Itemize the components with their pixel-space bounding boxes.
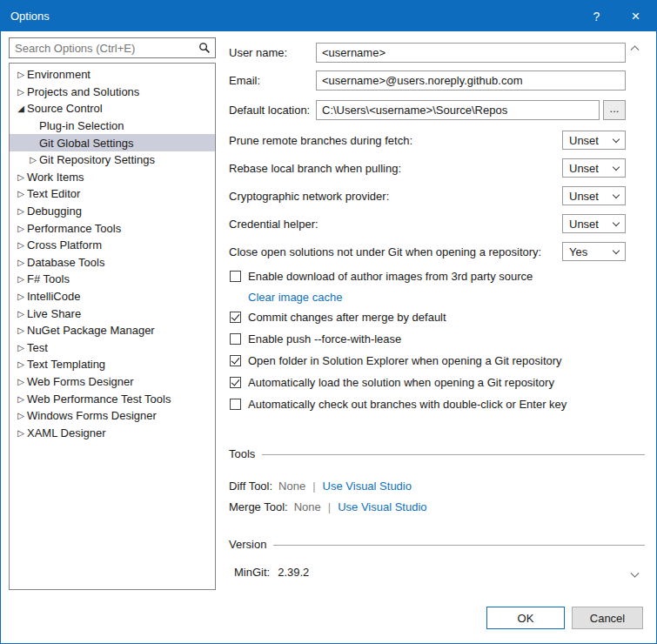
tree-item-cross-platform[interactable]: ▷Cross Platform xyxy=(10,237,215,254)
tree-item-environment[interactable]: ▷Environment xyxy=(10,66,215,84)
default-location-label: Default location: xyxy=(229,104,310,117)
checkbox-enable-push-force-with-lease[interactable] xyxy=(230,333,241,345)
tree-item-plug-in-selection[interactable]: Plug-in Selection xyxy=(10,117,215,135)
tree-item-database-tools[interactable]: ▷Database Tools xyxy=(10,254,215,272)
default-location-input[interactable] xyxy=(316,100,600,120)
tree-item-git-repository-settings[interactable]: ▷Git Repository Settings xyxy=(10,151,215,169)
git-global-settings-panel: User name: Email: Default location: ... … xyxy=(227,1,645,644)
tree-item-label: Git Global Settings xyxy=(39,137,133,150)
dropdown-close-open-solutions-not-under-git-when-opening-a-repository[interactable]: Yes xyxy=(562,242,626,261)
dropdown-value: Unset xyxy=(569,190,599,203)
expand-glyph-icon[interactable]: ▷ xyxy=(15,169,27,185)
dropdown-prune-remote-branches-during-fetch[interactable]: Unset xyxy=(562,131,626,150)
dropdown-cryptographic-network-provider[interactable]: Unset xyxy=(562,186,626,205)
checkbox-label: Enable push --force-with-lease xyxy=(248,332,401,345)
separator: | xyxy=(328,500,331,513)
checkbox-row[interactable]: Automatically load the solution when ope… xyxy=(230,372,632,393)
expand-glyph-icon[interactable]: ▷ xyxy=(15,66,27,83)
tool-value: None xyxy=(278,480,305,493)
expand-glyph-icon[interactable]: ▷ xyxy=(15,407,27,424)
tree-item-debugging[interactable]: ▷Debugging xyxy=(10,203,215,220)
tree-item-text-templating[interactable]: ▷Text Templating xyxy=(10,356,215,373)
expand-glyph-icon[interactable]: ▷ xyxy=(15,339,27,356)
checkbox-row[interactable]: Enable download of author images from 3r… xyxy=(230,265,632,287)
expand-glyph-icon[interactable]: ▷ xyxy=(15,288,27,305)
expand-glyph-icon[interactable]: ▷ xyxy=(15,254,27,271)
checkbox-enable-download-of-author-images-from-3rd-party-source[interactable] xyxy=(230,271,241,282)
tree-item-label: Web Forms Designer xyxy=(27,375,134,388)
expand-glyph-icon[interactable]: ▷ xyxy=(15,185,27,202)
tree-item-label: Environment xyxy=(27,68,91,81)
cancel-button[interactable]: Cancel xyxy=(572,607,643,629)
tool-value: None xyxy=(294,500,321,513)
tree-item-f-tools[interactable]: ▷F# Tools xyxy=(10,271,215,288)
checkbox-row[interactable]: Commit changes after merge by default xyxy=(230,306,632,328)
dropdown-rebase-local-branch-when-pulling[interactable]: Unset xyxy=(562,158,626,178)
checkbox-row[interactable]: Open folder in Solution Explorer when op… xyxy=(230,350,632,372)
tree-item-web-forms-designer[interactable]: ▷Web Forms Designer xyxy=(10,373,215,391)
clear-image-cache-link[interactable]: Clear image cache xyxy=(248,291,342,304)
tree-item-windows-forms-designer[interactable]: ▷Windows Forms Designer xyxy=(10,407,215,425)
checkbox-automatically-load-the-solution-when-opening-a-git-repository[interactable] xyxy=(230,377,241,388)
search-input[interactable] xyxy=(10,42,194,55)
link-row: Clear image cache xyxy=(230,287,632,306)
dropdown-credential-helper[interactable]: Unset xyxy=(562,214,626,233)
expand-glyph-icon[interactable]: ▷ xyxy=(27,151,39,168)
tree-item-label: Text Editor xyxy=(27,187,80,200)
tree-item-xaml-designer[interactable]: ▷XAML Designer xyxy=(10,424,215,441)
checkbox-row[interactable]: Automatically check out branches with do… xyxy=(230,393,632,415)
search-icon[interactable] xyxy=(194,38,215,57)
expand-glyph-icon[interactable]: ▷ xyxy=(15,425,27,441)
options-dialog: { "colors": { "titlebar": "#0D6CBD", "se… xyxy=(0,0,657,644)
tree-item-performance-tools[interactable]: ▷Performance Tools xyxy=(10,219,215,237)
section-divider xyxy=(262,454,645,455)
expand-glyph-icon[interactable]: ▷ xyxy=(15,356,27,372)
expand-glyph-icon[interactable]: ▷ xyxy=(15,237,27,253)
tree-item-intellicode[interactable]: ▷IntelliCode xyxy=(10,288,215,305)
checkbox-automatically-check-out-branches-with-double-click-or-enter-key[interactable] xyxy=(230,399,241,410)
ok-button[interactable]: OK xyxy=(486,607,565,629)
scroll-up-button[interactable] xyxy=(628,41,640,53)
tree-item-label: Debugging xyxy=(27,205,82,218)
username-input[interactable] xyxy=(316,43,626,63)
setting-row: Cryptographic network provider:Unset xyxy=(229,182,626,210)
tree-item-live-share[interactable]: ▷Live Share xyxy=(10,305,215,322)
tree-item-projects-and-solutions[interactable]: ▷Projects and Solutions xyxy=(10,84,215,101)
tool-label: Merge Tool: xyxy=(229,500,288,513)
use-visual-studio-link[interactable]: Use Visual Studio xyxy=(338,500,426,513)
expand-glyph-icon[interactable]: ▷ xyxy=(15,203,27,219)
expand-glyph-icon[interactable]: ▷ xyxy=(15,391,27,407)
use-visual-studio-link[interactable]: Use Visual Studio xyxy=(323,480,412,493)
scroll-down-button[interactable] xyxy=(628,569,640,581)
expand-glyph-icon[interactable]: ▷ xyxy=(15,84,27,100)
checkbox-row[interactable]: Enable push --force-with-lease xyxy=(230,328,632,350)
checkbox-open-folder-in-solution-explorer-when-opening-a-git-repository[interactable] xyxy=(230,355,241,366)
tree-item-work-items[interactable]: ▷Work Items xyxy=(10,169,215,186)
version-section-header: Version xyxy=(229,538,645,551)
username-label: User name: xyxy=(229,46,287,59)
tree-item-label: Git Repository Settings xyxy=(39,153,155,166)
browse-button[interactable]: ... xyxy=(603,100,626,120)
tree-item-text-editor[interactable]: ▷Text Editor xyxy=(10,185,215,203)
checkbox-commit-changes-after-merge-by-default[interactable] xyxy=(230,312,241,323)
expand-glyph-icon[interactable]: ▷ xyxy=(15,305,27,322)
tree-item-test[interactable]: ▷Test xyxy=(10,339,215,357)
dropdown-section: Prune remote branches during fetch:Unset… xyxy=(229,126,626,265)
search-box xyxy=(9,37,216,58)
tree-item-git-global-settings[interactable]: Git Global Settings xyxy=(10,134,215,151)
tree-item-web-performance-test-tools[interactable]: ▷Web Performance Test Tools xyxy=(10,390,215,407)
collapse-glyph-icon[interactable]: ◢ xyxy=(15,100,27,117)
tree-item-label: Plug-in Selection xyxy=(39,119,124,132)
email-input[interactable] xyxy=(316,70,626,91)
checkbox-label: Automatically check out branches with do… xyxy=(248,398,566,411)
dropdown-value: Unset xyxy=(569,134,599,147)
setting-label: Cryptographic network provider: xyxy=(229,190,389,203)
separator: | xyxy=(312,480,315,493)
tree-item-nuget-package-manager[interactable]: ▷NuGet Package Manager xyxy=(10,322,215,339)
expand-glyph-icon[interactable]: ▷ xyxy=(15,220,27,237)
tree-item-source-control[interactable]: ◢Source Control xyxy=(10,100,215,117)
tools-section-title: Tools xyxy=(229,447,255,460)
expand-glyph-icon[interactable]: ▷ xyxy=(15,373,27,390)
expand-glyph-icon[interactable]: ▷ xyxy=(15,322,27,339)
expand-glyph-icon[interactable]: ▷ xyxy=(15,271,27,287)
